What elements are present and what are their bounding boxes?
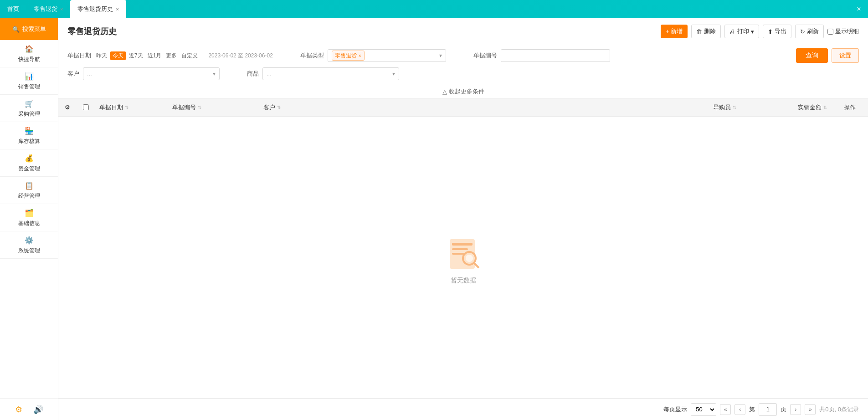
refresh-label: 刷新 [807, 27, 819, 36]
sales-icon: 📊 [24, 71, 34, 81]
th-customer-label: 客户 [263, 103, 275, 112]
sidebar-item-system[interactable]: ⚙️ 系统管理 [0, 231, 58, 259]
type-filter: 单据类型 零售退货 × ▾ [300, 49, 446, 62]
date-shortcut-1month[interactable]: 近1月 [146, 51, 163, 60]
tab-retail-return-close[interactable]: × [60, 6, 63, 12]
page-title: 零售退货历史 [67, 26, 117, 37]
th-amount-label: 实销金额 [798, 103, 822, 112]
empty-text: 暂无数据 [451, 277, 476, 285]
settings-button[interactable]: 设置 [832, 48, 859, 63]
th-action: 操作 [832, 103, 868, 112]
type-tag-close[interactable]: × [359, 53, 361, 58]
order-no-input[interactable] [501, 49, 610, 62]
sidebar-item-finance[interactable]: 💰 资金管理 [0, 149, 58, 177]
th-date[interactable]: 单据日期 ⇅ [95, 103, 168, 112]
tab-retail-return-history-label: 零售退货历史 [77, 5, 113, 13]
date-shortcut-today[interactable]: 今天 [110, 51, 126, 60]
th-guide-sort-icon: ⇅ [733, 105, 736, 110]
sidebar-item-quick-nav[interactable]: 🏠 快捷导航 [0, 40, 58, 67]
tab-retail-return-history-close[interactable]: × [116, 6, 118, 12]
th-order-no-label: 单据编号 [172, 103, 196, 112]
type-tag: 零售退货 × [332, 51, 365, 61]
collapse-button[interactable]: △ 收起更多条件 [67, 85, 859, 98]
quick-nav-icon: 🏠 [24, 44, 34, 54]
type-select[interactable]: 零售退货 × ▾ [328, 49, 446, 62]
tab-home[interactable]: 首页 [0, 0, 26, 18]
customer-select-arrow: ▾ [213, 71, 216, 77]
goods-select[interactable]: ... ▾ [262, 67, 399, 80]
goods-select-arrow: ▾ [392, 71, 395, 77]
per-page-select[interactable]: 20 50 100 200 [691, 403, 716, 416]
select-all-checkbox[interactable] [83, 104, 89, 110]
th-date-sort-icon: ⇅ [125, 105, 128, 110]
sidebar: 🔍 搜索菜单 🏠 快捷导航 📊 销售管理 🛒 采购管理 🏪 库存核算 💰 资金管… [0, 18, 58, 420]
operations-icon: 📋 [24, 180, 34, 190]
goods-label: 商品 [247, 70, 259, 78]
page-input[interactable] [759, 403, 777, 416]
window-close-button[interactable]: × [850, 0, 868, 18]
refresh-button[interactable]: ↻ 刷新 [795, 25, 824, 38]
sidebar-item-operations[interactable]: 📋 经营管理 [0, 177, 58, 204]
search-icon: 🔍 [12, 26, 20, 33]
pagination: 每页显示 20 50 100 200 « ‹ 第 页 › » 共0页, 0条记录 [58, 398, 868, 420]
export-button[interactable]: ⬆ 导出 [763, 25, 791, 38]
refresh-icon: ↻ [800, 28, 805, 35]
date-shortcut-7days[interactable]: 近7天 [128, 51, 144, 60]
query-button[interactable]: 查询 [796, 48, 828, 63]
order-no-label: 单据编号 [473, 51, 497, 60]
date-filter: 单据日期 昨天 今天 近7天 近1月 更多 自定义 [67, 51, 199, 60]
print-button[interactable]: 🖨 打印 ▾ [724, 25, 759, 38]
finance-icon: 💰 [24, 153, 34, 163]
filter-area: 单据日期 昨天 今天 近7天 近1月 更多 自定义 2023-06-02 至 2… [67, 44, 859, 98]
page-label: 第 [749, 405, 755, 414]
th-order-no-sort-icon: ⇅ [198, 105, 201, 110]
sidebar-item-basic-info[interactable]: 🗂️ 基础信息 [0, 204, 58, 231]
sidebar-search[interactable]: 🔍 搜索菜单 [0, 18, 58, 40]
first-page-button[interactable]: « [720, 404, 731, 415]
th-amount[interactable]: 实销金额 ⇅ [777, 103, 832, 112]
tab-retail-return-history[interactable]: 零售退货历史 × [70, 0, 126, 18]
th-order-no[interactable]: 单据编号 ⇅ [168, 103, 259, 112]
tab-bar: 首页 零售退货 × 零售退货历史 × [0, 0, 850, 18]
th-checkbox[interactable] [77, 104, 95, 110]
settings-bottom-icon[interactable]: ⚙ [15, 405, 22, 415]
inventory-icon: 🏪 [24, 126, 34, 136]
date-filter-label: 单据日期 [67, 51, 91, 60]
add-button[interactable]: + 新增 [661, 25, 688, 38]
collapse-arrow-icon: △ [442, 88, 447, 95]
customer-placeholder: ... [87, 71, 92, 77]
collapse-label: 收起更多条件 [449, 87, 484, 96]
sidebar-item-sales[interactable]: 📊 销售管理 [0, 67, 58, 95]
empty-illustration [443, 230, 484, 271]
date-shortcut-custom[interactable]: 自定义 [180, 51, 199, 60]
delete-icon: 🗑 [696, 28, 702, 35]
column-settings-icon[interactable]: ⚙ [65, 104, 70, 111]
date-shortcut-yesterday[interactable]: 昨天 [95, 51, 108, 60]
last-page-button[interactable]: » [805, 404, 816, 415]
delete-button[interactable]: 🗑 删除 [691, 25, 721, 38]
customer-select[interactable]: ... ▾ [83, 67, 220, 80]
th-action-label: 操作 [844, 103, 856, 112]
filter-row-2: 客户 ... ▾ 商品 ... ▾ [67, 67, 859, 80]
table-area: ⚙ 单据日期 ⇅ 单据编号 ⇅ 客户 ⇅ 导购员 [58, 98, 868, 420]
sidebar-item-inventory[interactable]: 🏪 库存核算 [0, 122, 58, 149]
sidebar-search-label: 搜索菜单 [22, 25, 46, 33]
sidebar-item-purchase-label: 采购管理 [18, 110, 40, 118]
date-shortcuts: 昨天 今天 近7天 近1月 更多 自定义 [95, 51, 199, 60]
display-detail-input[interactable] [827, 29, 833, 35]
type-select-arrow: ▾ [439, 52, 442, 59]
th-settings[interactable]: ⚙ [58, 104, 77, 111]
display-detail-checkbox[interactable]: 显示明细 [827, 27, 859, 36]
date-shortcut-more[interactable]: 更多 [164, 51, 178, 60]
prev-page-button[interactable]: ‹ [734, 404, 745, 415]
th-customer[interactable]: 客户 ⇅ [259, 103, 709, 112]
next-page-button[interactable]: › [790, 404, 801, 415]
tab-retail-return[interactable]: 零售退货 × [26, 0, 70, 18]
date-range-display: 2023-06-02 至 2023-06-02 [208, 52, 272, 60]
display-detail-label: 显示明细 [835, 27, 859, 36]
volume-bottom-icon[interactable]: 🔊 [33, 405, 43, 415]
page-suffix: 页 [781, 405, 786, 414]
th-guide[interactable]: 导购员 ⇅ [709, 103, 777, 112]
filter-row-1: 单据日期 昨天 今天 近7天 近1月 更多 自定义 2023-06-02 至 2… [67, 48, 859, 63]
sidebar-item-purchase[interactable]: 🛒 采购管理 [0, 95, 58, 122]
